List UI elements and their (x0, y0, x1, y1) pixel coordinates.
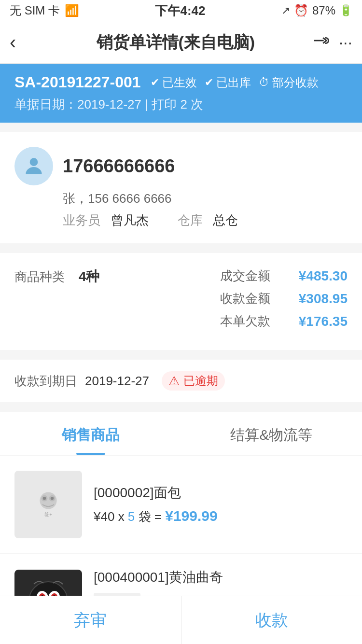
action-bar: 弃审 收款 (0, 596, 362, 644)
order-date: 单据日期：2019-12-27 | 打印 2 次 (14, 96, 348, 113)
due-section: 收款到期日 2019-12-27 ⚠ 已逾期 (0, 360, 362, 402)
customer-meta: 业务员 曾凡杰 仓库 总仓 (63, 212, 348, 229)
tabs-row: 销售商品 结算&物流等 (0, 412, 362, 455)
debt-amount-value: ¥176.35 (280, 314, 348, 329)
svg-point-0 (30, 158, 38, 166)
avatar (14, 147, 53, 185)
debt-amount-label: 本单欠款 (220, 313, 270, 330)
customer-name: 张，156 6666 6666 (63, 190, 348, 207)
product-image-bread: 签+ (14, 471, 82, 538)
status-time: 下午4:42 (155, 2, 205, 19)
multiply-sign-bread: x (118, 509, 128, 524)
check-icon-2: ✔ (205, 76, 213, 89)
deal-amount-value: ¥485.30 (280, 268, 348, 284)
alarm-icon: ⏰ (294, 4, 308, 17)
battery-icon: 🔋 (339, 4, 352, 17)
back-button[interactable]: ‹ (10, 31, 39, 53)
more-button[interactable]: ··· (339, 33, 352, 52)
svg-point-6 (51, 497, 54, 500)
product-name-bread: [0000002]面包 (94, 484, 348, 502)
product-name-cookies: [000400001]黄油曲奇 (94, 568, 348, 587)
confirm-button[interactable]: 收款 (181, 596, 362, 644)
svg-point-5 (43, 497, 46, 500)
overdue-text: 已逾期 (183, 373, 218, 389)
warehouse-value: 总仓 (213, 213, 238, 227)
product-types-label: 商品种类 (14, 269, 65, 284)
clock-icon: ⏱ (259, 76, 269, 89)
cancel-button[interactable]: 弃审 (0, 596, 181, 644)
deal-amount-label: 成交金额 (220, 267, 270, 284)
status-bar: 无 SIM 卡 📶 下午4:42 ↗ ⏰ 87% 🔋 (0, 0, 362, 21)
unit-price-bread: ¥40 (94, 509, 114, 524)
status-partial-payment: ⏱ 部分收款 (259, 75, 319, 90)
battery-text: 87% (312, 4, 335, 17)
product-image-placeholder-bread: 签+ (14, 471, 82, 538)
payment-amount-value: ¥308.95 (280, 291, 348, 307)
order-id: SA-20191227-001 (14, 73, 141, 91)
nav-actions: ··· (313, 32, 352, 53)
tab-sales-products[interactable]: 销售商品 (0, 412, 181, 455)
customer-section: 17666666666 张，156 6666 6666 业务员 曾凡杰 仓库 总… (0, 132, 362, 243)
product-price-bread: ¥40 x 5 袋 = ¥199.99 (94, 508, 348, 525)
customer-phone: 17666666666 (63, 156, 175, 177)
payment-amount-row: 收款金额 ¥308.95 (181, 290, 348, 307)
location-icon: ↗ (281, 4, 290, 17)
salesperson-label: 业务员 (63, 213, 100, 227)
due-date-value: 2019-12-27 (85, 374, 149, 389)
stats-right: 成交金额 ¥485.30 收款金额 ¥308.95 本单欠款 ¥176.35 (181, 267, 348, 336)
status-badges: ✔ 已生效 ✔ 已出库 ⏱ 部分收款 (151, 75, 319, 90)
payment-amount-label: 收款金额 (220, 290, 270, 307)
equals-sign-bread: = (154, 509, 165, 524)
product-types-value: 4种 (79, 269, 100, 284)
order-header: SA-20191227-001 ✔ 已生效 ✔ 已出库 ⏱ 部分收款 单据日期：… (0, 64, 362, 123)
unit-bread: 袋 (139, 509, 151, 524)
product-info-bread: [0000002]面包 ¥40 x 5 袋 = ¥199.99 (94, 484, 348, 525)
check-icon-1: ✔ (151, 76, 159, 89)
wifi-icon: 📶 (65, 4, 79, 17)
overdue-badge: ⚠ 已逾期 (162, 371, 225, 391)
status-left: 无 SIM 卡 📶 (10, 3, 79, 18)
svg-text:签+: 签+ (44, 512, 52, 517)
qty-bread: 5 (128, 509, 135, 524)
customer-row: 17666666666 (14, 147, 348, 185)
carrier-text: 无 SIM 卡 (10, 3, 60, 18)
salesperson-value: 曾凡杰 (111, 213, 149, 227)
share-button[interactable] (313, 32, 329, 53)
total-bread: ¥199.99 (165, 508, 217, 524)
status-activated: ✔ 已生效 (151, 75, 197, 90)
tab-settlement[interactable]: 结算&物流等 (181, 412, 362, 455)
deal-amount-row: 成交金额 ¥485.30 (181, 267, 348, 284)
product-item-bread: 签+ [0000002]面包 ¥40 x 5 袋 = ¥199.99 (0, 456, 362, 553)
due-date-label: 收款到期日 (14, 373, 77, 390)
overdue-icon: ⚠ (168, 374, 180, 389)
customer-details: 张，156 6666 6666 业务员 曾凡杰 仓库 总仓 (14, 190, 348, 229)
status-right: ↗ ⏰ 87% 🔋 (281, 4, 352, 17)
stats-left: 商品种类 4种 (14, 267, 181, 290)
status-shipped: ✔ 已出库 (205, 75, 251, 90)
stats-section: 商品种类 4种 成交金额 ¥485.30 收款金额 ¥308.95 本单欠款 ¥… (0, 253, 362, 350)
warehouse-label: 仓库 (178, 213, 203, 227)
page-title: 销货单详情(来自电脑) (39, 31, 313, 54)
product-types-row: 商品种类 4种 (14, 267, 181, 286)
debt-amount-row: 本单欠款 ¥176.35 (181, 313, 348, 330)
tabs-section: 销售商品 结算&物流等 (0, 412, 362, 455)
nav-bar: ‹ 销货单详情(来自电脑) ··· (0, 21, 362, 64)
order-header-top: SA-20191227-001 ✔ 已生效 ✔ 已出库 ⏱ 部分收款 (14, 73, 348, 91)
